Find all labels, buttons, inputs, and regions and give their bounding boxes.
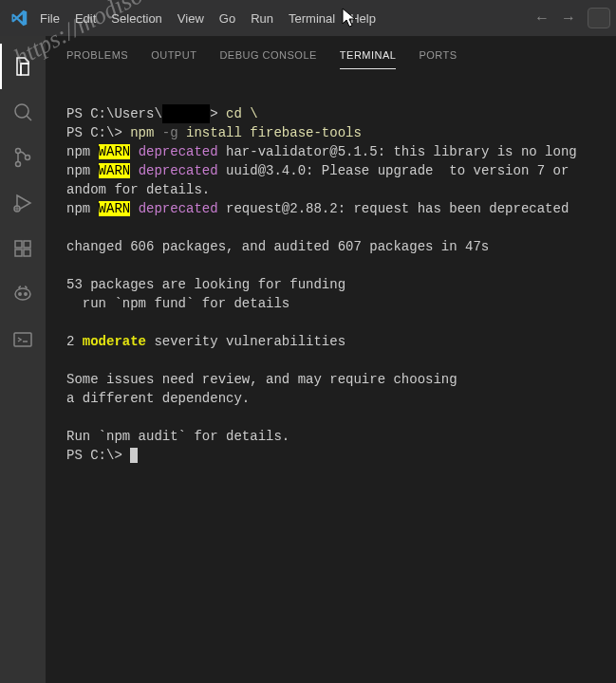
svg-point-9 <box>15 288 30 300</box>
svg-rect-5 <box>15 241 22 248</box>
tab-problems[interactable]: PROBLEMS <box>66 44 128 69</box>
title-bar: File Edit Selection View Go Run Terminal… <box>0 0 616 36</box>
activity-bar <box>0 36 46 683</box>
svg-rect-6 <box>15 249 22 256</box>
svg-point-3 <box>26 156 30 160</box>
menu-go[interactable]: Go <box>212 8 243 29</box>
svg-point-10 <box>19 293 21 295</box>
tab-output[interactable]: OUTPUT <box>151 44 196 69</box>
panel-tabs: PROBLEMS OUTPUT DEBUG CONSOLE TERMINAL P… <box>46 36 616 70</box>
svg-rect-8 <box>24 241 30 248</box>
terminal-cursor <box>130 448 138 463</box>
layout-toggle[interactable] <box>588 8 610 28</box>
svg-rect-12 <box>14 333 31 346</box>
run-debug-icon[interactable] <box>0 180 46 226</box>
menu-run[interactable]: Run <box>243 8 281 29</box>
terminal-shortcut-icon[interactable] <box>0 317 46 362</box>
tab-debug-console[interactable]: DEBUG CONSOLE <box>219 44 316 69</box>
menu-view[interactable]: View <box>170 8 212 29</box>
svg-point-0 <box>15 104 28 118</box>
menu-file[interactable]: File <box>32 8 67 29</box>
extensions-icon[interactable] <box>0 226 46 271</box>
terminal-output[interactable]: PS C:\Users\xxxxxx> cd \ PS C:\> npm -g … <box>46 70 616 683</box>
menu-terminal[interactable]: Terminal <box>281 8 343 29</box>
svg-point-2 <box>16 162 21 167</box>
menu-selection[interactable]: Selection <box>103 8 169 29</box>
svg-point-11 <box>25 293 27 295</box>
svg-rect-7 <box>24 249 30 256</box>
vscode-logo-icon <box>6 9 32 27</box>
search-icon[interactable] <box>0 89 46 135</box>
svg-point-1 <box>16 149 21 154</box>
source-control-icon[interactable] <box>0 135 46 180</box>
menu-help[interactable]: Help <box>343 8 383 29</box>
menu-edit[interactable]: Edit <box>67 8 103 29</box>
copilot-icon[interactable] <box>0 271 46 317</box>
tab-terminal[interactable]: TERMINAL <box>340 44 397 69</box>
explorer-icon[interactable] <box>0 44 46 89</box>
nav-back-icon[interactable]: ← <box>529 9 555 27</box>
tab-ports[interactable]: PORTS <box>419 44 457 69</box>
panel: PROBLEMS OUTPUT DEBUG CONSOLE TERMINAL P… <box>46 36 616 683</box>
nav-forward-icon[interactable]: → <box>555 9 582 27</box>
